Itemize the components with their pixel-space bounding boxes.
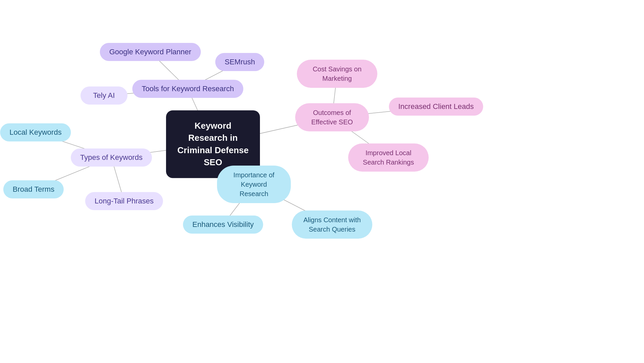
node-cost: Cost Savings on Marketing	[297, 60, 377, 88]
node-longtail: Long-Tail Phrases	[85, 192, 163, 210]
node-google: Google Keyword Planner	[100, 43, 201, 61]
node-rankings: Improved Local Search Rankings	[348, 143, 429, 172]
node-local: Local Keywords	[0, 123, 71, 141]
node-outcomes: Outcomes of Effective SEO	[295, 103, 369, 131]
node-leads: Increased Client Leads	[389, 98, 483, 116]
node-broad: Broad Terms	[3, 180, 64, 198]
node-tely: Tely AI	[80, 86, 127, 105]
mindmap-container: Keyword Research in Criminal Defense SEO…	[0, 0, 644, 363]
node-enhances: Enhances Visibility	[183, 216, 263, 234]
connections-svg	[0, 0, 644, 363]
node-types: Types of Keywords	[71, 148, 152, 167]
node-importance: Importance of Keyword Research	[217, 166, 291, 203]
node-tools: Tools for Keyword Research	[132, 80, 243, 98]
node-semrush: SEMrush	[215, 53, 264, 71]
node-aligns: Aligns Content with Search Queries	[292, 210, 372, 239]
